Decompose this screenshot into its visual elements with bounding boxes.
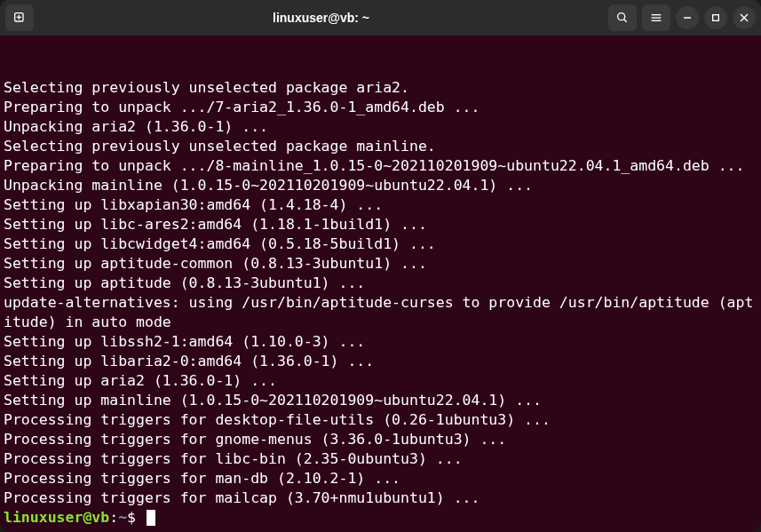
terminal-line: Selecting previously unselected package … — [4, 78, 757, 98]
terminal-line: Unpacking aria2 (1.36.0-1) ... — [4, 117, 757, 137]
terminal-line: Setting up aptitude-common (0.8.13-3ubun… — [4, 254, 757, 274]
terminal-line: Setting up libssh2-1:amd64 (1.10.0-3) ..… — [4, 332, 757, 352]
close-button[interactable] — [733, 6, 756, 29]
terminal-line: Preparing to unpack .../7-aria2_1.36.0-1… — [4, 98, 757, 117]
terminal-line: Processing triggers for desktop-file-uti… — [4, 410, 757, 430]
terminal-line: Processing triggers for mailcap (3.70+nm… — [4, 488, 757, 508]
search-icon — [615, 11, 630, 25]
prompt-path: ~ — [118, 509, 127, 526]
terminal-line: Processing triggers for gnome-menus (3.3… — [4, 430, 757, 449]
svg-rect-9 — [713, 15, 719, 21]
new-tab-button[interactable] — [5, 4, 34, 31]
cursor — [147, 510, 155, 526]
terminal-line: Setting up libc-ares2:amd64 (1.18.1-1bui… — [4, 215, 757, 234]
titlebar-left — [5, 4, 34, 31]
terminal-line: Processing triggers for libc-bin (2.35-0… — [4, 449, 757, 469]
hamburger-icon — [649, 11, 663, 25]
terminal-line: Selecting previously unselected package … — [4, 137, 757, 156]
titlebar: linuxuser@vb: ~ — [0, 0, 761, 36]
svg-line-4 — [624, 20, 627, 22]
terminal-line: update-alternatives: using /usr/bin/apti… — [4, 293, 757, 332]
window-title: linuxuser@vb: ~ — [37, 11, 605, 25]
minimize-icon — [680, 11, 694, 25]
maximize-icon — [709, 11, 723, 25]
prompt-user-host: linuxuser@vb — [4, 509, 109, 526]
prompt-dollar: $ — [127, 509, 136, 526]
terminal-line: Setting up aria2 (1.36.0-1) ... — [4, 371, 757, 391]
maximize-button[interactable] — [704, 6, 727, 29]
menu-button[interactable] — [642, 4, 670, 31]
terminal-line: Setting up libxapian30:amd64 (1.4.18-4) … — [4, 195, 757, 215]
terminal-line: Unpacking mainline (1.0.15-0~20211020190… — [4, 176, 757, 195]
terminal-line: Setting up libcwidget4:amd64 (0.5.18-5bu… — [4, 234, 757, 254]
terminal-window: linuxuser@vb: ~ — [0, 0, 761, 532]
terminal-line: Setting up aptitude (0.8.13-3ubuntu1) ..… — [4, 274, 757, 293]
close-icon — [737, 11, 751, 25]
terminal-output[interactable]: Selecting previously unselected package … — [0, 36, 761, 532]
terminal-line: Processing triggers for man-db (2.10.2-1… — [4, 469, 757, 488]
new-tab-icon — [12, 11, 27, 25]
svg-point-3 — [618, 13, 625, 20]
terminal-line: Setting up mainline (1.0.15-0~2021102019… — [4, 391, 757, 410]
search-button[interactable] — [608, 4, 637, 31]
terminal-line: Preparing to unpack .../8-mainline_1.0.1… — [4, 156, 757, 176]
titlebar-right — [608, 4, 756, 31]
prompt-colon: : — [109, 509, 118, 526]
minimize-button[interactable] — [676, 6, 699, 29]
terminal-line: Setting up libaria2-0:amd64 (1.36.0-1) .… — [4, 352, 757, 371]
